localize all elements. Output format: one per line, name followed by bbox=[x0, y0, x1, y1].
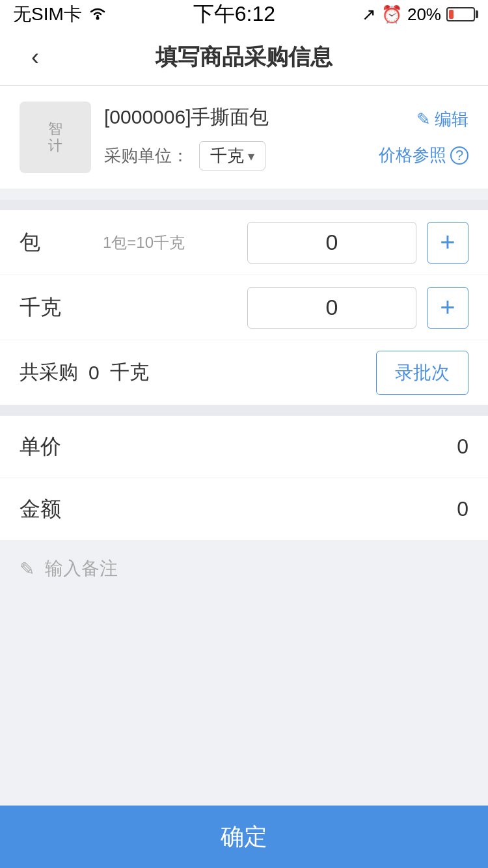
plus-icon: + bbox=[440, 228, 455, 257]
bao-sublabel: 1包=10千克 bbox=[103, 232, 185, 253]
kg-plus-button[interactable]: + bbox=[427, 287, 468, 329]
amount-row: 金额 0 bbox=[0, 478, 488, 541]
bao-input[interactable]: 0 bbox=[247, 222, 416, 264]
bao-label: 包 bbox=[20, 228, 98, 257]
total-unit: 千克 bbox=[110, 359, 149, 386]
price-section: 单价 0 金额 0 bbox=[0, 416, 488, 541]
page-title: 填写商品采购信息 bbox=[156, 42, 332, 72]
svg-point-0 bbox=[96, 17, 99, 20]
remark-area[interactable]: ✎ 输入备注 bbox=[0, 541, 488, 597]
status-time: 下午6:12 bbox=[193, 0, 275, 29]
nav-bar: ‹ 填写商品采购信息 bbox=[0, 29, 488, 86]
product-logo: 智 计 bbox=[48, 120, 62, 155]
unit-price-value: 0 bbox=[457, 435, 468, 459]
quantity-section: 包 1包=10千克 0 + 千克 0 + 共采购 0 千克 bbox=[0, 210, 488, 405]
product-actions: ✎ 编辑 价格参照 ? bbox=[379, 108, 468, 167]
confirm-button[interactable]: 确定 bbox=[0, 806, 488, 868]
record-batch-button[interactable]: 录批次 bbox=[376, 351, 468, 395]
status-bar: 无SIM卡 下午6:12 ↗ ⏰ 20% bbox=[0, 0, 488, 29]
total-value: 0 bbox=[88, 362, 100, 384]
kg-input[interactable]: 0 bbox=[247, 287, 416, 329]
unit-value: 千克 bbox=[210, 144, 244, 167]
section-divider-1 bbox=[0, 200, 488, 210]
price-ref-button[interactable]: 价格参照 ? bbox=[379, 144, 468, 167]
pencil-icon: ✎ bbox=[20, 558, 34, 580]
help-icon: ? bbox=[450, 146, 468, 165]
remark-placeholder: 输入备注 bbox=[45, 556, 118, 581]
bao-input-area: 0 + bbox=[185, 222, 468, 264]
amount-value: 0 bbox=[457, 497, 468, 521]
back-button[interactable]: ‹ bbox=[16, 38, 55, 77]
battery-icon bbox=[446, 7, 475, 21]
unit-select[interactable]: 千克 ▾ bbox=[199, 141, 265, 170]
main-spacer bbox=[0, 597, 488, 792]
edit-button[interactable]: ✎ 编辑 bbox=[416, 108, 468, 131]
bao-row: 包 1包=10千克 0 + bbox=[0, 210, 488, 275]
unit-price-row: 单价 0 bbox=[0, 416, 488, 478]
chevron-down-icon: ▾ bbox=[248, 148, 254, 164]
carrier-text: 无SIM卡 bbox=[13, 2, 82, 27]
plus-icon-2: + bbox=[440, 293, 455, 322]
status-right: ↗ ⏰ 20% bbox=[362, 5, 475, 25]
kg-input-area: 0 + bbox=[98, 287, 468, 329]
unit-price-label: 单价 bbox=[20, 433, 61, 461]
total-row: 共采购 0 千克 录批次 bbox=[0, 340, 488, 405]
total-label: 共采购 bbox=[20, 359, 78, 386]
wifi-icon bbox=[88, 4, 107, 25]
kg-label: 千克 bbox=[20, 293, 98, 322]
back-arrow-icon: ‹ bbox=[31, 44, 39, 71]
purchase-unit-label: 采购单位： bbox=[104, 144, 189, 167]
edit-icon: ✎ bbox=[416, 109, 431, 129]
section-divider-2 bbox=[0, 405, 488, 416]
location-icon: ↗ bbox=[362, 5, 376, 25]
alarm-icon: ⏰ bbox=[381, 5, 402, 25]
product-card: 智 计 [0000006]手撕面包 采购单位： 千克 ▾ ✎ 编辑 价格参照 ? bbox=[0, 86, 488, 189]
battery-pct: 20% bbox=[407, 5, 441, 25]
amount-label: 金额 bbox=[20, 495, 61, 524]
product-meta: 采购单位： 千克 ▾ bbox=[104, 141, 366, 170]
product-info: [0000006]手撕面包 采购单位： 千克 ▾ bbox=[104, 104, 366, 170]
bao-plus-button[interactable]: + bbox=[427, 222, 468, 264]
kg-row: 千克 0 + bbox=[0, 275, 488, 340]
product-name: [0000006]手撕面包 bbox=[104, 104, 366, 131]
product-image: 智 计 bbox=[20, 102, 91, 173]
status-left: 无SIM卡 bbox=[13, 2, 107, 27]
price-ref-label: 价格参照 bbox=[379, 144, 446, 167]
